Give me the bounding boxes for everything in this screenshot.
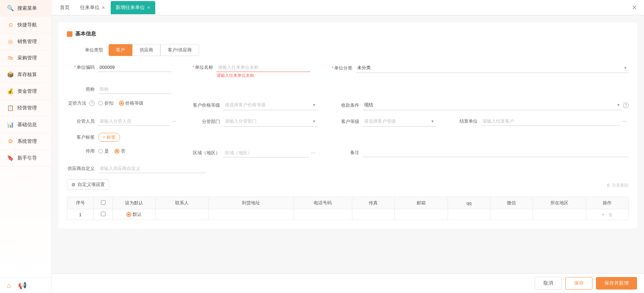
disable-label: 停用	[67, 148, 98, 154]
add-tag-button[interactable]: + 标签	[98, 133, 120, 142]
custom-settings-button[interactable]: ⚙ 自定义项设置	[67, 179, 109, 190]
department-select[interactable]: 请输入分管部门 ▼	[223, 116, 317, 127]
cell-fax[interactable]	[352, 209, 394, 220]
bell-bottom-icon[interactable]: 📢	[18, 281, 27, 290]
sidebar-item-sys[interactable]: ⚙ 系统管理	[0, 133, 51, 150]
window-close-button[interactable]: ✕	[628, 4, 641, 11]
pricing-discount-circle	[98, 101, 103, 106]
cell-default: 默认	[113, 209, 155, 220]
cell-contact[interactable]	[155, 209, 209, 220]
disable-yes-circle	[98, 149, 103, 154]
sidebar-item-inventory[interactable]: 📦 库存核算	[0, 66, 51, 83]
delete-row-icon[interactable]: 🗑	[608, 212, 613, 217]
region-table-input[interactable]	[536, 212, 582, 217]
disable-radio-no[interactable]: 否	[115, 148, 125, 154]
cell-qq[interactable]	[448, 209, 490, 220]
settlement-unit-input[interactable]	[481, 117, 620, 126]
pricing-radio-discount[interactable]: 折扣	[98, 100, 113, 106]
select-all-checkbox[interactable]	[101, 200, 105, 205]
cell-phone[interactable]	[293, 209, 352, 220]
payment-help-icon[interactable]: ?	[623, 103, 629, 108]
tab-trading-units[interactable]: 往来单位 ✕	[75, 1, 110, 14]
cell-checkbox[interactable]	[94, 209, 113, 220]
sidebar-item-base[interactable]: 📊 基础信息	[0, 116, 51, 133]
cell-wechat[interactable]	[490, 209, 533, 220]
guide-icon: 🔖	[7, 155, 14, 161]
sidebar-label-base: 基础信息	[17, 122, 37, 128]
unit-name-error: 请输入往来单位名称	[217, 73, 254, 79]
unit-name-input[interactable]	[217, 63, 311, 72]
cancel-button[interactable]: 取消	[535, 277, 562, 290]
note-input[interactable]	[363, 148, 629, 157]
unit-type-supplier-button[interactable]: 供应商	[132, 44, 160, 56]
tab-trading-units-label: 往来单位	[80, 5, 100, 11]
customer-level-label: 客户等级	[331, 119, 363, 125]
unit-type-both-button[interactable]: 客户/供应商	[160, 44, 199, 56]
payment-terms-select[interactable]: 现结 ▼	[363, 100, 622, 110]
fax-input[interactable]	[356, 212, 391, 217]
close-new-trading-unit-icon[interactable]: ✕	[147, 5, 150, 10]
qq-input[interactable]	[451, 212, 487, 217]
unit-type-customer-button[interactable]: 客户	[109, 44, 132, 56]
tab-home[interactable]: 首页	[55, 1, 74, 14]
manager-more-icon[interactable]: ···	[170, 116, 178, 126]
main-area: 首页 往来单位 ✕ 新增往来单位 ✕ ✕ 基本信息 单位类型 客户 供应商 客户…	[52, 0, 644, 293]
save-new-button[interactable]: 保存并新增	[596, 277, 637, 290]
form-row-5: 客户标签 + 标签	[67, 133, 629, 142]
col-checkbox[interactable]	[94, 197, 113, 209]
form-row-2: 简称	[67, 85, 629, 94]
batch-delete-icon: 🗑	[606, 183, 611, 188]
sidebar-label-search: 搜索菜单	[17, 5, 37, 11]
pricing-help-icon[interactable]: ?	[89, 100, 95, 106]
note-label: 备注	[331, 149, 363, 156]
tab-new-trading-unit[interactable]: 新增往来单位 ✕	[111, 1, 155, 14]
manager-input[interactable]	[98, 117, 170, 126]
sidebar-item-sales[interactable]: ◎ 销售管理	[0, 33, 51, 50]
unit-name-field: *单位名称 请输入往来单位名称	[185, 63, 311, 79]
table-header-row: 序号 设为默认 联系人 到货地址 电话号码 传真 邮箱 qq 微信 所在地区	[67, 197, 629, 209]
cell-address[interactable]	[209, 209, 293, 220]
save-button[interactable]: 保存	[565, 277, 592, 290]
sidebar-label-ops: 经营管理	[17, 105, 37, 111]
address-input[interactable]	[212, 212, 290, 217]
row-default-radio[interactable]: 默认	[116, 211, 151, 218]
row-checkbox[interactable]	[101, 212, 105, 216]
customer-price-placeholder: 请选择客户价格等级	[225, 102, 266, 108]
short-name-input[interactable]	[98, 85, 171, 94]
pricing-radio-group: 折扣 价格等级	[98, 100, 143, 106]
region-more-icon[interactable]: ···	[309, 148, 317, 158]
home-bottom-icon[interactable]: ⌂	[7, 282, 11, 290]
customer-level-arrow-icon: ▼	[431, 119, 434, 123]
customer-level-select[interactable]: 请选择客户等级 ▼	[363, 116, 436, 127]
col-qq: qq	[448, 197, 490, 209]
close-trading-units-icon[interactable]: ✕	[102, 5, 105, 10]
add-row-icon[interactable]: +	[602, 212, 604, 217]
form-row-6: 停用 是 否 区域（地区）	[67, 148, 629, 158]
sidebar-item-purchase[interactable]: 🛍 采购管理	[0, 50, 51, 66]
region-input[interactable]	[223, 148, 309, 157]
supplier-custom-input[interactable]	[98, 164, 206, 173]
customer-price-select[interactable]: 请选择客户价格等级 ▼	[223, 100, 317, 110]
disable-radio-yes[interactable]: 是	[98, 148, 109, 154]
cell-email[interactable]	[394, 209, 448, 220]
page-content: 基本信息 单位类型 客户 供应商 客户/供应商 *单位编码	[52, 15, 644, 273]
col-phone: 电话号码	[293, 197, 352, 209]
contact-input[interactable]	[159, 212, 205, 217]
unit-category-value: 未分类	[357, 65, 371, 71]
sidebar-item-guide[interactable]: 🔖 新手引导	[0, 150, 51, 166]
phone-input[interactable]	[297, 212, 348, 217]
sidebar-item-ops[interactable]: 📋 经营管理	[0, 100, 51, 116]
email-input[interactable]	[398, 212, 444, 217]
settlement-more-icon[interactable]: ···	[620, 116, 629, 126]
cell-region[interactable]	[533, 209, 586, 220]
unit-category-select[interactable]: 未分类 ▼	[356, 63, 629, 73]
sidebar-item-quick-nav[interactable]: ⊙ 快捷导航	[0, 17, 51, 33]
sidebar-item-search[interactable]: 🔍 搜索菜单	[0, 0, 51, 17]
sidebar-item-finance[interactable]: 💰 资金管理	[0, 83, 51, 100]
note-field: 备注	[331, 148, 629, 157]
wechat-input[interactable]	[494, 212, 529, 217]
customer-tag-field: 客户标签 + 标签	[67, 133, 206, 142]
batch-delete-button[interactable]: 🗑 批量删除	[606, 182, 629, 188]
pricing-radio-level[interactable]: 价格等级	[119, 100, 143, 106]
unit-code-input[interactable]	[98, 63, 171, 72]
